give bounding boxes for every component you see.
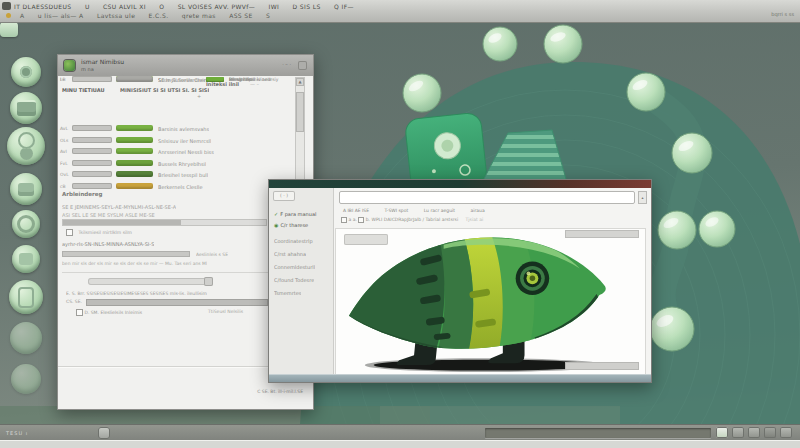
section-paragraph-1: SE E JEMINEMS-SEYL-AE-MYNLMI-ASL-NE-SE-A [62, 204, 176, 210]
scroll-up-icon[interactable]: ▲ [296, 78, 304, 86]
checkbox[interactable] [66, 229, 73, 236]
dock [0, 22, 52, 424]
control-text[interactable]: WPLI DAICDRapJbrJalb / Tabrial arstsrsi [371, 217, 458, 222]
sidebar-item[interactable]: Tsmemrtes [274, 290, 301, 296]
tray-network-icon[interactable] [716, 427, 728, 438]
radio-icon: ◉ [274, 222, 278, 228]
menu-item[interactable]: Q IF— [334, 3, 354, 10]
gecko-body [336, 234, 606, 357]
close-button[interactable] [298, 61, 307, 70]
sidebar-item[interactable]: Coordinatestrlp [274, 238, 313, 244]
menu-item[interactable]: U [85, 3, 90, 10]
row-progress-bar [116, 76, 153, 82]
package-manager-titlebar[interactable]: ismar Nimibsu m na · – · [58, 55, 313, 77]
checkbox[interactable] [358, 217, 364, 223]
side-panel-row[interactable]: ler sg illlle [206, 76, 252, 83]
scroll-up-icon[interactable]: ▴ [638, 191, 647, 204]
progress-bar [62, 219, 267, 226]
package-row[interactable]: FvL Bussels Rhryeblhsil [58, 160, 298, 168]
dock-app-profiles-icon[interactable] [7, 127, 45, 165]
tray-volume-icon[interactable] [732, 427, 744, 438]
canvas-bottom-scroll-button[interactable] [565, 362, 639, 370]
list-row[interactable]: D. SM. Eleslielsils Inleimis [76, 309, 142, 316]
dock-app-ring-icon[interactable] [12, 210, 40, 238]
dock-app-document-icon[interactable] [9, 280, 43, 314]
viewer-controls-row: a a. b. WPLI DAICDRapJbrJalb / Tabrial a… [341, 217, 483, 223]
row-glyph: AvI [60, 149, 71, 154]
row-label-chip [72, 160, 112, 166]
menu-item[interactable]: SL VOISES AVV. PWVf— [178, 3, 256, 10]
viewer-body: ( · ) ✓F para manual ◉C/r tharese Coordi… [269, 188, 651, 382]
package-row[interactable]: AvL Barsinis avlemsvahs [58, 125, 298, 133]
menu-item[interactable]: airaua [470, 208, 484, 213]
taskbar-window-slot[interactable] [485, 428, 711, 438]
tray-misc-icon[interactable] [780, 427, 792, 438]
dock-app-drawer-icon[interactable] [10, 92, 42, 124]
sidebar-item[interactable]: C/found Todesre [274, 277, 314, 283]
menu-item[interactable]: Lu racr aeguit [424, 208, 455, 213]
taskbar-app-icon[interactable] [98, 427, 110, 439]
value-bar-note: Aeslinleis s SE [196, 252, 228, 257]
expand-arrow-icon[interactable]: + [197, 93, 201, 99]
tray-updates-icon[interactable] [748, 427, 760, 438]
menu-item[interactable]: qrete mas [182, 12, 216, 19]
row-link[interactable]: Brr. SSISESIESISESIESIMESESES SESISES [77, 291, 168, 296]
row-prefix: E. S. [66, 291, 76, 296]
canvas-top-scroll-button[interactable] [565, 230, 639, 238]
sidebar-item[interactable]: C/rst ahahna [274, 251, 306, 257]
menu-item[interactable]: u lis— als— A [38, 12, 84, 19]
menu-item[interactable]: IWI [269, 3, 280, 10]
row-progress-bar [116, 148, 153, 154]
menu-item[interactable]: T-SWI spot [385, 208, 409, 213]
menu-item[interactable]: ASS SE [229, 12, 253, 19]
menu-item[interactable]: A [20, 12, 25, 19]
row-progress-bar [116, 171, 153, 177]
sidebar-pinned-item[interactable]: ◉C/r tharese [274, 222, 308, 228]
sidebar-pinned-item[interactable]: ✓F para manual [274, 211, 316, 217]
dock-app-faded-icon[interactable] [10, 322, 42, 354]
package-row[interactable]: OvL Brlesihel tesspil bull [58, 171, 298, 179]
image-canvas[interactable] [335, 228, 646, 375]
menu-item[interactable]: A IBI AE ISE [343, 208, 369, 213]
option-row[interactable]: Tsilsmiesil mirtlklm silm [66, 229, 132, 236]
dock-app-box-icon[interactable] [12, 245, 40, 273]
dock-app-mini-icon[interactable] [0, 22, 18, 37]
value-bar [62, 251, 190, 257]
dock-app-plant-icon[interactable] [11, 57, 41, 87]
menu-item[interactable]: E.C.S. [149, 12, 169, 19]
menu-item[interactable]: CSU ALVIL XI [103, 3, 146, 10]
slider-track[interactable] [88, 278, 210, 285]
package-row[interactable]: OLs Snlsisuv iler Nemrcsll [58, 137, 298, 145]
checkbox[interactable] [341, 217, 347, 223]
menubar-logo-icon[interactable] [2, 2, 11, 10]
row-glyph: FvL [60, 161, 71, 166]
address-bar-input[interactable] [339, 191, 635, 204]
row-prefix: D. SM. [84, 310, 99, 315]
package-row[interactable]: AvI Anrsserinel Nessli biss [58, 148, 298, 156]
menu-item[interactable]: D SIS LS [293, 3, 321, 10]
package-row[interactable]: cB Berkernels Cleslle [58, 183, 298, 191]
menu-item[interactable]: IT DLAESSDUEUS [14, 3, 72, 10]
menu-item[interactable]: S [266, 12, 270, 19]
row-label-chip [72, 183, 112, 189]
row-progress-bar [116, 160, 153, 166]
row-text: Barsinis avlemsvahs [158, 126, 209, 132]
sidebar-item[interactable]: Connemldesturll [274, 264, 315, 270]
checkbox[interactable] [76, 309, 83, 316]
scrollbar-thumb[interactable] [296, 92, 304, 132]
menubar-right-text: bqrri s ss [771, 11, 794, 17]
menu-item[interactable]: Lavtssa ule [97, 12, 135, 19]
menu-item[interactable]: O [159, 3, 164, 10]
section-paragraph-2: ASI SEL LE SE ME SYSLM ASLE ME-SE [62, 212, 155, 218]
canvas-tool-button[interactable] [344, 234, 388, 245]
slider-knob[interactable] [204, 277, 213, 286]
viewer-titlebar[interactable] [269, 180, 651, 188]
selected-row-bar[interactable] [86, 299, 268, 306]
dock-app-grid-icon[interactable] [10, 173, 42, 205]
side-row-text: ler sg illlle [229, 77, 252, 82]
dock-app-dim-icon[interactable] [11, 364, 41, 394]
sidebar-toggle-button[interactable]: ( · ) [273, 191, 295, 201]
list-row[interactable]: E. S. Brr. SSISESIESISESIESIMESESES SESI… [66, 291, 207, 296]
row-text: Berkernels Cleslle [158, 184, 203, 190]
tray-clipboard-icon[interactable] [764, 427, 776, 438]
